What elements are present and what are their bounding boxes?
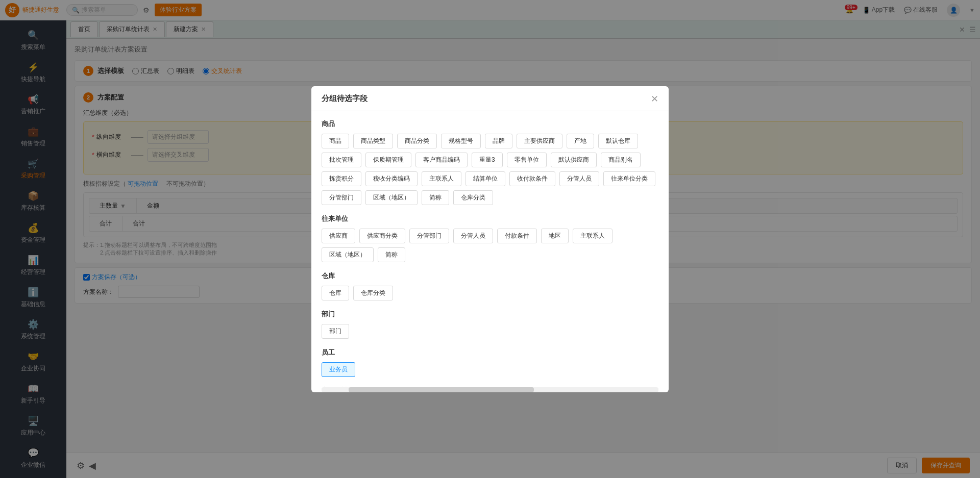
field-tag-0-15[interactable]: 拣货积分	[322, 171, 361, 186]
field-section-3: 部门部门	[322, 310, 658, 339]
section-title-1: 往来单位	[322, 214, 658, 223]
field-tag-0-17[interactable]: 主联系人	[422, 171, 461, 186]
field-tag-2-0[interactable]: 仓库	[322, 286, 349, 300]
field-tag-0-9[interactable]: 保质期管理	[365, 153, 411, 167]
field-tag-0-19[interactable]: 收付款条件	[509, 171, 555, 186]
field-tag-0-1[interactable]: 商品类型	[353, 134, 393, 148]
modal-title: 分组待选字段	[322, 94, 368, 104]
field-tag-0-25[interactable]: 仓库分类	[453, 190, 493, 205]
field-section-4: 员工业务员	[322, 348, 658, 377]
field-tag-1-8[interactable]: 简称	[378, 247, 405, 262]
section-title-3: 部门	[322, 310, 658, 319]
field-tag-0-21[interactable]: 往来单位分类	[603, 171, 655, 186]
field-tag-1-2[interactable]: 分管部门	[409, 229, 449, 243]
modal-close-button[interactable]: ✕	[651, 93, 658, 105]
field-tag-1-6[interactable]: 主联系人	[573, 229, 612, 243]
field-section-0: 商品商品商品类型商品分类规格型号品牌主要供应商产地默认仓库批次管理保质期管理客户…	[322, 119, 658, 205]
field-tag-1-3[interactable]: 分管人员	[453, 229, 493, 243]
field-tag-1-4[interactable]: 付款条件	[497, 229, 537, 243]
section-title-2: 仓库	[322, 271, 658, 281]
field-tag-1-7[interactable]: 区域（地区）	[322, 247, 374, 262]
field-tag-1-5[interactable]: 地区	[541, 229, 569, 243]
field-tag-0-22[interactable]: 分管部门	[322, 190, 361, 205]
field-tag-0-11[interactable]: 重量3	[472, 153, 503, 167]
field-tag-0-18[interactable]: 结算单位	[465, 171, 505, 186]
modal-overlay[interactable]: 分组待选字段 ✕ 商品商品商品类型商品分类规格型号品牌主要供应商产地默认仓库批次…	[0, 0, 980, 478]
section-title-0: 商品	[322, 119, 658, 129]
modal-body: 商品商品商品类型商品分类规格型号品牌主要供应商产地默认仓库批次管理保质期管理客户…	[311, 111, 669, 387]
field-tag-0-7[interactable]: 默认仓库	[598, 134, 638, 148]
field-tag-0-3[interactable]: 规格型号	[441, 134, 481, 148]
section-title-4: 员工	[322, 348, 658, 357]
field-tag-0-4[interactable]: 品牌	[485, 134, 512, 148]
field-tag-1-0[interactable]: 供应商	[322, 229, 355, 243]
field-tag-0-24[interactable]: 简称	[422, 190, 449, 205]
field-section-2: 仓库仓库仓库分类	[322, 271, 658, 300]
field-tags-0: 商品商品类型商品分类规格型号品牌主要供应商产地默认仓库批次管理保质期管理客户商品…	[322, 134, 658, 205]
field-tag-0-8[interactable]: 批次管理	[322, 153, 361, 167]
field-tag-3-0[interactable]: 部门	[322, 324, 349, 339]
field-tag-0-16[interactable]: 税收分类编码	[365, 171, 418, 186]
field-tag-0-20[interactable]: 分管人员	[559, 171, 599, 186]
field-tag-0-13[interactable]: 默认供应商	[551, 153, 597, 167]
modal-header: 分组待选字段 ✕	[311, 86, 669, 111]
field-tags-4: 业务员	[322, 362, 658, 377]
field-tag-0-6[interactable]: 产地	[567, 134, 594, 148]
field-tag-2-1[interactable]: 仓库分类	[353, 286, 393, 300]
field-tag-0-14[interactable]: 商品别名	[601, 153, 641, 167]
field-section-1: 往来单位供应商供应商分类分管部门分管人员付款条件地区主联系人区域（地区）简称	[322, 214, 658, 262]
field-tags-3: 部门	[322, 324, 658, 339]
field-tag-1-1[interactable]: 供应商分类	[359, 229, 405, 243]
field-tag-4-0[interactable]: 业务员	[322, 362, 355, 377]
field-tags-1: 供应商供应商分类分管部门分管人员付款条件地区主联系人区域（地区）简称	[322, 229, 658, 262]
field-tag-0-23[interactable]: 区域（地区）	[365, 190, 418, 205]
field-tag-0-5[interactable]: 主要供应商	[517, 134, 562, 148]
field-tag-0-2[interactable]: 商品分类	[397, 134, 437, 148]
field-tag-0-12[interactable]: 零售单位	[507, 153, 547, 167]
field-tag-0-0[interactable]: 商品	[322, 134, 349, 148]
field-select-modal: 分组待选字段 ✕ 商品商品商品类型商品分类规格型号品牌主要供应商产地默认仓库批次…	[311, 86, 669, 392]
field-tag-0-10[interactable]: 客户商品编码	[415, 153, 468, 167]
field-tags-2: 仓库仓库分类	[322, 286, 658, 300]
